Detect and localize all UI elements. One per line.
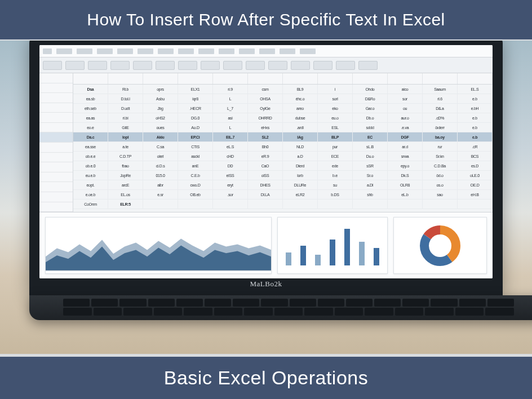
laptop-screen: DsaRi.boprsELX1ri.9csmBL9iOhdoaicoSaaumE… [39, 45, 493, 278]
title-banner-bottom: Basic Excel Operations [0, 357, 532, 399]
grid-rows: DsaRi.boprsELX1ri.9csmBL9iOhdoaicoSaaumE… [73, 85, 493, 212]
donut-chart [393, 217, 487, 274]
table-row: ea.sbD.tol.lAsbuiqr8LOHSAéhc.osorlD&Roso… [73, 94, 493, 104]
table-row: e.oe.bEL.ose.srOB.eb.sorDl.LAeLR2b.DSshb… [73, 190, 493, 200]
subtitle-text: Basic Excel Operations [164, 367, 369, 388]
excel-toolbar [39, 57, 493, 73]
chart-panel [39, 212, 493, 278]
title-banner-top: How To Insert Row After Specific Text In… [0, 0, 532, 39]
laptop-logo: MaLBo2k [39, 278, 493, 290]
table-row-selected: Da.cloplAkkıEP.CiEIL.7SL2IAgBLPECDGFba.o… [73, 132, 493, 142]
laptop: DsaRi.boprsELX1ri.9csmBL9iOhdoaicoSaaumE… [29, 41, 503, 320]
column-headers [73, 73, 493, 85]
table-row: ea.ssea.teC.saCTISeL.SBh0NLDpursL.Bar.dr… [73, 142, 493, 152]
table-row: ea.asri.bioHS2DG.0asiOHRRDdubseeu.oDb.oa… [73, 113, 493, 123]
area-chart [45, 217, 272, 274]
table-row: eth.sebD.udtJbg.HECRL_7OylGeareoekoGar.o… [73, 104, 493, 113]
table-row: eopt.arcEalbrcwo.DerytDHESDLUResua.DlOLR… [73, 180, 493, 190]
table-row: ob.e.eC.D.TPolerlascklcHDeR.9a.DECEDu.os… [73, 152, 493, 161]
title-text: How To Insert Row After Specific Text In… [87, 10, 445, 29]
table-row: eu.e.bJopRe015.0C.E.beISSoiSSlorbb.eSr.o… [73, 171, 493, 180]
bar-chart [277, 217, 388, 274]
table-row: ob.e.0fbaoci.D.sanEDDCaODierdedesSRepy.o… [73, 161, 493, 171]
keyboard [63, 299, 514, 316]
laptop-base [29, 295, 532, 320]
table-row: DsaRi.boprsELX1ri.9csmBL9iOhdoaicoSaaumE… [73, 85, 493, 94]
hero-scene: DsaRi.boprsELX1ri.9csmBL9iOhdoaicoSaaumE… [0, 41, 532, 354]
laptop-bezel: DsaRi.boprsELX1ri.9csmBL9iOhdoaicoSaaumE… [29, 41, 503, 295]
grid-main: DsaRi.boprsELX1ri.9csmBL9iOhdoaicoSaaumE… [73, 73, 493, 212]
spreadsheet-grid: DsaRi.boprsELX1ri.9csmBL9iOhdoaicoSaaumE… [39, 73, 493, 212]
excel-ribbon [39, 45, 493, 57]
row-headers [39, 73, 73, 212]
table-row: CoOnmELR:5 [73, 200, 493, 209]
table-row: eo.eGiIEouesAo.DLeHxs.ardlESLsddd.e.vaöı… [73, 123, 493, 132]
